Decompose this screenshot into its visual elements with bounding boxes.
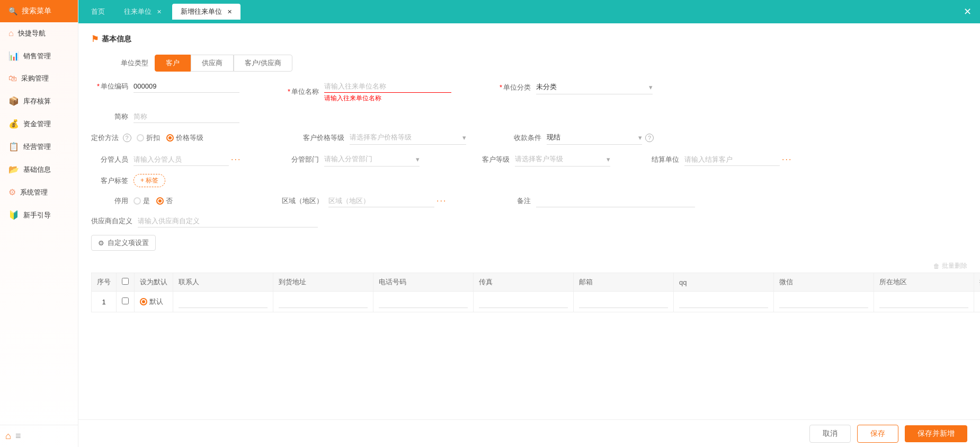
contact-input[interactable] xyxy=(179,295,268,308)
address-input[interactable] xyxy=(279,295,368,308)
sidebar-item-inventory[interactable]: 📦库存核算 xyxy=(0,90,78,112)
form-row-short-name: 简称 xyxy=(91,110,967,123)
unit-category-caret-icon: ▾ xyxy=(649,83,653,91)
save-button[interactable]: 保存 xyxy=(857,425,898,443)
payment-select[interactable]: 现结 ▾ xyxy=(547,130,642,145)
unit-category-label: *单位分类 xyxy=(494,83,536,92)
sidebar-item-system[interactable]: ⚙系统管理 xyxy=(0,181,78,204)
region-input[interactable] xyxy=(328,195,434,207)
tab-home[interactable]: 首页 xyxy=(83,4,113,20)
th-region: 所在地区 xyxy=(874,273,974,292)
custom-settings-button[interactable]: ⚙ 自定义项设置 xyxy=(91,235,156,251)
tab-partner-list[interactable]: 往来单位✕ xyxy=(115,4,170,20)
default-radio-circle xyxy=(140,298,147,305)
wechat-input[interactable] xyxy=(779,295,868,308)
sidebar-item-basic[interactable]: 📂基础信息 xyxy=(0,158,78,181)
td-region xyxy=(874,292,974,312)
tab-partner-new[interactable]: 新增往来单位✕ xyxy=(172,4,240,20)
pricing-radio-group: 折扣 价格等级 xyxy=(137,133,203,143)
sidebar-item-operation[interactable]: 📋经营管理 xyxy=(0,135,78,158)
pricing-radio-discount[interactable]: 折扣 xyxy=(137,133,160,143)
td-checkbox xyxy=(117,292,135,312)
unit-name-error: 请输入往来单位名称 xyxy=(324,94,451,103)
customer-level-select[interactable]: 请选择客户等级 ▾ xyxy=(515,152,610,166)
manager-input[interactable] xyxy=(133,153,229,166)
dept-caret-icon: ▾ xyxy=(416,155,420,163)
td-default: 默认 xyxy=(135,292,173,312)
basic-icon: 📂 xyxy=(8,164,19,174)
supplier-custom-input[interactable] xyxy=(138,215,318,227)
disabled-label: 停用 xyxy=(91,196,133,206)
unit-type-customer-button[interactable]: 客户 xyxy=(155,55,191,72)
close-window-button[interactable]: ✕ xyxy=(959,6,976,17)
home-icon[interactable]: ⌂ xyxy=(5,431,11,442)
td-phone xyxy=(373,292,474,312)
th-index: 序号 xyxy=(92,273,117,292)
table-row: 1 默认 xyxy=(92,292,981,312)
settlement-more-icon[interactable]: ··· xyxy=(780,155,794,164)
sidebar-search[interactable]: 🔍 搜索菜单 xyxy=(0,0,78,22)
customer-level-label: 客户等级 xyxy=(473,155,515,164)
dept-label: 分管部门 xyxy=(282,155,324,164)
th-email: 邮箱 xyxy=(574,273,674,292)
row-region-input[interactable] xyxy=(879,295,968,308)
pricing-help-icon[interactable]: ? xyxy=(123,134,131,142)
form-row-manager: 分管人员 ··· 分管部门 请输入分管部门 ▾ 客户等级 请选择客户等级 ▾ xyxy=(91,152,967,166)
tab-close-partner-new[interactable]: ✕ xyxy=(227,8,232,15)
th-action: 操作 xyxy=(974,273,981,292)
sidebar-item-purchase[interactable]: 🛍采购管理 xyxy=(0,67,78,90)
unit-type-supplier-button[interactable]: 供应商 xyxy=(191,55,234,72)
qq-input[interactable] xyxy=(679,295,768,308)
table-section: 🗑 批量删除 序号 设为默认 联系人 到货地址 电话号码 传真 邮箱 qq xyxy=(91,261,967,312)
disabled-yes-radio[interactable]: 是 xyxy=(133,196,150,206)
unit-code-input[interactable] xyxy=(133,80,239,93)
form-row-unit-code: *单位编码 *单位名称 请输入往来单位名称 *单位分类 xyxy=(91,80,967,103)
remark-input[interactable] xyxy=(536,195,695,207)
unit-type-both-button[interactable]: 客户/供应商 xyxy=(234,55,292,72)
main-area: 首页往来单位✕新增往来单位✕ ✕ ⚑ 基本信息 单位类型 客户 供应商 客户/供… xyxy=(78,0,980,447)
th-wechat: 微信 xyxy=(774,273,874,292)
cancel-button[interactable]: 取消 xyxy=(809,425,851,443)
customer-price-select[interactable]: 请选择客户价格等级 ▾ xyxy=(350,130,466,145)
sidebar-item-quick-nav[interactable]: ⌂快捷导航 xyxy=(0,22,78,45)
region-more-icon[interactable]: ··· xyxy=(434,196,449,206)
sidebar-item-sales[interactable]: 📊销售管理 xyxy=(0,45,78,67)
td-contact xyxy=(173,292,273,312)
quick-nav-icon: ⌂ xyxy=(8,29,14,38)
disabled-yes-circle xyxy=(133,197,141,205)
sidebar-item-finance[interactable]: 💰资金管理 xyxy=(0,112,78,135)
dept-select[interactable]: 请输入分管部门 ▾ xyxy=(324,152,420,166)
disabled-no-circle xyxy=(156,197,164,205)
content-area: ⚑ 基本信息 单位类型 客户 供应商 客户/供应商 *单位编码 *单位名称 xyxy=(78,23,980,419)
unit-category-select[interactable]: 未分类 ▾ xyxy=(536,80,653,94)
default-radio[interactable]: 默认 xyxy=(140,297,167,306)
unit-type-row: 单位类型 客户 供应商 客户/供应商 xyxy=(91,55,967,72)
save-add-button[interactable]: 保存并新增 xyxy=(905,425,967,442)
sidebar-item-guide[interactable]: 🔰新手引导 xyxy=(0,204,78,226)
td-wechat xyxy=(774,292,874,312)
form-row-disabled: 停用 是 否 区域（地区） ··· xyxy=(91,195,967,207)
discount-radio-circle xyxy=(137,134,144,142)
settlement-input[interactable] xyxy=(684,153,780,166)
fax-input[interactable] xyxy=(479,295,568,308)
tab-close-partner-list[interactable]: ✕ xyxy=(157,8,162,15)
pricing-radio-level[interactable]: 价格等级 xyxy=(166,133,203,143)
th-qq: qq xyxy=(674,273,774,292)
expand-icon[interactable]: ≡ xyxy=(15,431,21,442)
tag-add-button[interactable]: + 标签 xyxy=(133,174,165,187)
contact-table: 序号 设为默认 联系人 到货地址 电话号码 传真 邮箱 qq 微信 所在地区 操… xyxy=(91,273,980,312)
batch-delete-button[interactable]: 🗑 批量删除 xyxy=(933,261,967,270)
unit-name-input[interactable] xyxy=(324,80,451,93)
bottom-bar: 取消 保存 保存并新增 xyxy=(78,419,980,447)
th-phone: 电话号码 xyxy=(373,273,474,292)
select-all-checkbox[interactable] xyxy=(122,278,129,285)
phone-input[interactable] xyxy=(379,295,468,308)
payment-help-icon[interactable]: ? xyxy=(645,134,654,142)
short-name-input[interactable] xyxy=(133,110,239,123)
inventory-icon: 📦 xyxy=(8,96,19,106)
disabled-no-radio[interactable]: 否 xyxy=(156,196,173,206)
row-checkbox[interactable] xyxy=(122,297,129,304)
manager-more-icon[interactable]: ··· xyxy=(229,155,243,164)
email-input[interactable] xyxy=(579,295,668,308)
region-label: 区域（地区） xyxy=(282,196,328,206)
